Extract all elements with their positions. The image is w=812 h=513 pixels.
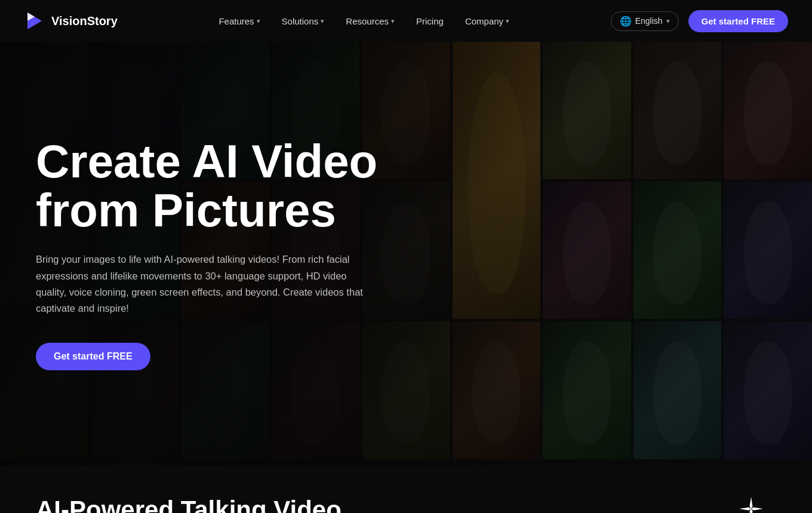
hero-description: Bring your images to life with AI-powere… bbox=[36, 251, 370, 317]
features-label: Features bbox=[219, 16, 254, 26]
logo[interactable]: VisionStory bbox=[24, 10, 118, 32]
resources-chevron-icon: ▾ bbox=[391, 17, 395, 25]
logo-text: VisionStory bbox=[51, 14, 118, 28]
navbar: VisionStory Features ▾ Solutions ▾ Resou… bbox=[0, 0, 812, 42]
company-label: Company bbox=[465, 16, 503, 26]
nav-pricing[interactable]: Pricing bbox=[408, 11, 452, 31]
nav-right: 🌐 English ▾ Get started FREE bbox=[611, 10, 788, 32]
solutions-label: Solutions bbox=[282, 16, 319, 26]
features-chevron-icon: ▾ bbox=[257, 17, 260, 25]
hero-title: Create AI Video from Pictures bbox=[36, 137, 418, 235]
sparkle-icon bbox=[738, 496, 764, 513]
resources-label: Resources bbox=[346, 16, 389, 26]
nav-solutions[interactable]: Solutions ▾ bbox=[273, 11, 333, 31]
hero-section: Create AI Video from Pictures Bring your… bbox=[0, 42, 812, 466]
language-selector[interactable]: 🌐 English ▾ bbox=[611, 11, 679, 31]
language-label: English bbox=[635, 16, 663, 26]
company-chevron-icon: ▾ bbox=[506, 17, 509, 25]
pricing-label: Pricing bbox=[416, 16, 444, 26]
nav-features[interactable]: Features ▾ bbox=[210, 11, 268, 31]
solutions-chevron-icon: ▾ bbox=[321, 17, 324, 25]
nav-links: Features ▾ Solutions ▾ Resources ▾ Prici… bbox=[210, 11, 518, 31]
ai-talking-video-section: AI-Powered Talking Video bbox=[0, 466, 812, 513]
nav-cta-button[interactable]: Get started FREE bbox=[688, 10, 788, 32]
logo-icon bbox=[24, 10, 45, 32]
nav-resources[interactable]: Resources ▾ bbox=[337, 11, 403, 31]
globe-icon: 🌐 bbox=[620, 16, 632, 27]
section-title: AI-Powered Talking Video bbox=[36, 496, 342, 513]
hero-content: Create AI Video from Pictures Bring your… bbox=[0, 42, 454, 466]
hero-cta-button[interactable]: Get started FREE bbox=[36, 343, 150, 370]
language-chevron-icon: ▾ bbox=[666, 17, 670, 25]
nav-company[interactable]: Company ▾ bbox=[457, 11, 518, 31]
section-title-text: AI-Powered Talking Video bbox=[36, 496, 342, 513]
